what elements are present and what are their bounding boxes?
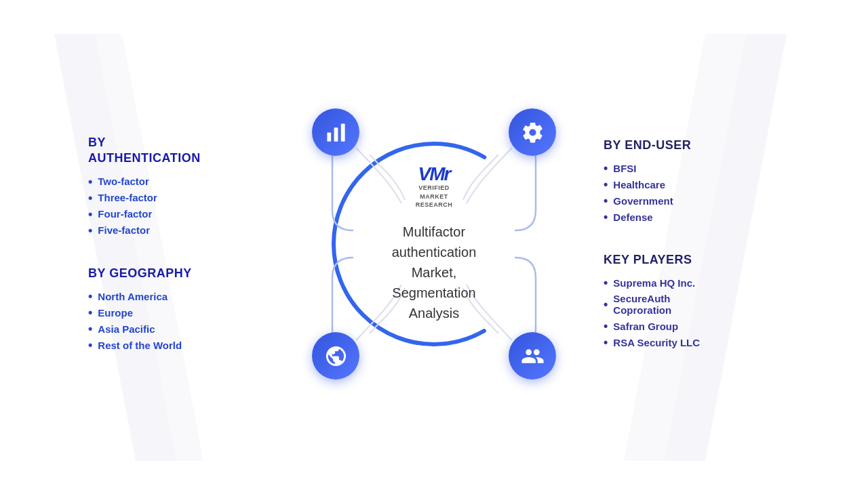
by-authentication-list: Two-factorThree-factorFour-factorFive-fa… <box>88 174 264 239</box>
by-end-user-list: BFSIHealthcareGovernmentDefense <box>604 160 780 225</box>
vmr-logo-text: VERIFIED MARKET RESEARCH <box>416 184 453 209</box>
bar-chart-icon <box>324 121 348 144</box>
list-item: RSA Security LLC <box>604 334 780 350</box>
svg-rect-4 <box>340 123 344 141</box>
bar-chart-icon-circle <box>312 108 359 156</box>
svg-rect-2 <box>327 132 331 141</box>
list-item: SecureAuth Coproration <box>604 291 780 318</box>
settings-gear-icon <box>521 121 545 144</box>
by-geography-panel: BY GEOGRAPHY North AmericaEuropeAsia Pac… <box>88 266 264 353</box>
list-item: Asia Pacific <box>88 321 264 337</box>
list-item: Rest of the World <box>88 337 264 353</box>
list-item: Government <box>604 192 780 209</box>
list-item: Two-factor <box>88 174 264 190</box>
by-geography-title: BY GEOGRAPHY <box>88 266 264 281</box>
center-content: VMr VERIFIED MARKET RESEARCH Multifactor… <box>392 165 477 323</box>
by-end-user-title: BY END-USER <box>604 138 780 153</box>
vmr-logo: VMr VERIFIED MARKET RESEARCH <box>392 165 477 209</box>
center-main-text: Multifactor authentication Market, Segme… <box>392 222 477 323</box>
by-geography-list: North AmericaEuropeAsia PacificRest of t… <box>88 288 264 353</box>
globe-icon <box>324 344 348 368</box>
vmr-logo-icon: VMr <box>418 165 450 184</box>
list-item: North America <box>88 288 264 304</box>
users-group-icon-circle <box>509 332 556 380</box>
list-item: BFSI <box>604 160 780 176</box>
list-item: Four-factor <box>88 206 264 222</box>
globe-icon-circle <box>312 332 359 380</box>
key-players-title: KEY PLAYERS <box>604 252 780 268</box>
by-authentication-panel: BY AUTHENTICATION Two-factorThree-factor… <box>88 135 264 239</box>
list-item: Safran Group <box>604 318 780 334</box>
settings-gear-icon-circle <box>509 108 556 156</box>
list-item: Defense <box>604 209 780 225</box>
list-item: Europe <box>88 304 264 321</box>
right-panels: BY END-USER BFSIHealthcareGovernmentDefe… <box>604 138 780 351</box>
list-item: Suprema HQ Inc. <box>604 274 780 291</box>
center-diagram: VMr VERIFIED MARKET RESEARCH Multifactor… <box>292 75 576 413</box>
list-item: Three-factor <box>88 190 264 206</box>
by-end-user-panel: BY END-USER BFSIHealthcareGovernmentDefe… <box>604 138 780 225</box>
list-item: Five-factor <box>88 222 264 239</box>
key-players-list: Suprema HQ Inc.SecureAuth CoprorationSaf… <box>604 274 780 350</box>
svg-rect-3 <box>334 127 338 141</box>
by-authentication-title: BY AUTHENTICATION <box>88 135 264 167</box>
list-item: Healthcare <box>604 176 780 192</box>
key-players-panel: KEY PLAYERS Suprema HQ Inc.SecureAuth Co… <box>604 252 780 350</box>
left-panels: BY AUTHENTICATION Two-factorThree-factor… <box>88 135 264 353</box>
users-group-icon <box>521 344 545 368</box>
